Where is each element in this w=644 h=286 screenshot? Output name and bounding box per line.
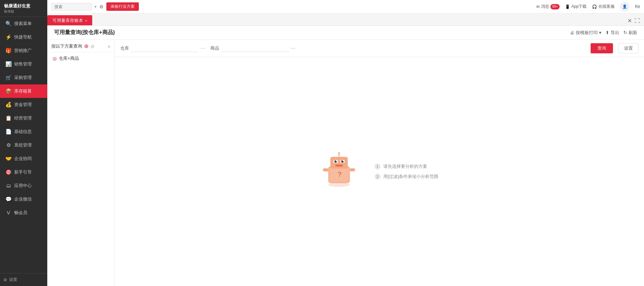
topbar-search-input[interactable]: [51, 3, 92, 10]
template-print-button[interactable]: 🖨 按模板打印 ▾: [570, 30, 601, 36]
app-center-icon: 🗂: [5, 183, 11, 188]
app-download-label: App下载: [571, 4, 587, 9]
export-button[interactable]: ⬆ 导出: [606, 30, 619, 36]
sidebar-item-purchase[interactable]: 🛒采购管理: [0, 71, 47, 84]
dropdown-chevron-icon[interactable]: ▾: [95, 4, 97, 9]
goods-filter-label: 商品: [210, 45, 219, 51]
sidebar-item-enterprise-wechat[interactable]: 💬企业微信: [0, 192, 47, 206]
sidebar-item-new-guide[interactable]: 🎯新手引导: [0, 165, 47, 179]
sidebar-item-enterprise-coop[interactable]: 🤝企业协同: [0, 152, 47, 165]
sidebar-scroll: 🔍搜索菜单⚡快捷导航🎁营销推广📊销售管理🛒采购管理📦库存核算💰资金管理📋经营管理…: [0, 17, 47, 273]
svg-text:?: ?: [337, 171, 341, 178]
warehouse-filter-label: 仓库: [120, 45, 129, 51]
app-download-button[interactable]: 📱 App下载: [565, 4, 587, 9]
notification-button[interactable]: ✉ 消息 99+: [536, 4, 560, 9]
marketing-icon: 🎁: [5, 48, 11, 54]
tab-available-ledger[interactable]: 可用量库存账本×: [47, 15, 92, 25]
warehouse-filter-more-button[interactable]: ···: [201, 45, 205, 51]
sidebar-item-sales[interactable]: 📊销售管理: [0, 57, 47, 71]
sidebar-item-vip[interactable]: V畅会员: [0, 206, 47, 219]
sidebar-item-marketing[interactable]: 🎁营销推广: [0, 44, 47, 57]
sidebar-item-basic-info[interactable]: 📄基础信息: [0, 125, 47, 138]
scheme-items: ◎仓库+商品: [47, 52, 114, 64]
hint-text-2: 用[过滤]条件来缩小分析范围: [383, 174, 438, 180]
goods-filter-input[interactable]: [221, 45, 289, 52]
svg-point-6: [336, 160, 337, 161]
vip-icon: V: [5, 210, 11, 215]
tabs-actions: ✕ ⛶: [623, 16, 644, 25]
sidebar-item-quick-nav[interactable]: ⚡快捷导航: [0, 30, 47, 44]
goods-filter-more-button[interactable]: ···: [291, 45, 295, 51]
close-tab-button[interactable]: ✕: [626, 16, 633, 25]
industry-solution-button[interactable]: 体验行业方案: [106, 2, 139, 11]
sidebar-item-label: 销售管理: [14, 61, 32, 67]
query-button[interactable]: 查询: [591, 43, 613, 53]
robot-icon: ?: [320, 151, 358, 188]
sidebar-item-label: 快捷导航: [14, 34, 32, 40]
expand-tab-button[interactable]: ⛶: [633, 17, 641, 25]
hint-text-1: 请先选择要分析的方案: [383, 163, 427, 170]
scheme-settings-button[interactable]: ⊙: [91, 44, 95, 49]
svg-point-9: [342, 160, 343, 161]
phone-icon: 📱: [565, 4, 570, 9]
sidebar-item-inventory[interactable]: 📦库存核算: [0, 84, 47, 98]
refresh-button[interactable]: ↻ 刷新: [623, 30, 637, 36]
scheme-panel: 按以下方案查询 ⊕ ⊙ « ◎仓库+商品: [47, 40, 115, 286]
scheme-item-warehouse-goods[interactable]: ◎仓库+商品: [47, 52, 114, 64]
sidebar-item-label: 新手引导: [14, 169, 32, 175]
sidebar-item-app-center[interactable]: 🗂应用中心: [0, 179, 47, 192]
sidebar-item-search[interactable]: 🔍搜索菜单: [0, 17, 47, 30]
empty-illustration: ?: [320, 151, 361, 192]
sidebar-item-finance[interactable]: 💰资金管理: [0, 98, 47, 111]
purchase-icon: 🛒: [5, 75, 11, 81]
sidebar-bottom[interactable]: ⚙ 设置: [0, 273, 47, 286]
template-print-label: 按模板打印: [576, 30, 598, 36]
page-header: 可用量查询(按仓库+商品) 🖨 按模板打印 ▾ ⬆ 导出 ↻ 刷新: [47, 26, 644, 40]
enterprise-wechat-icon: 💬: [5, 196, 11, 202]
filter-row: 仓库 ··· 商品 ··· 查询 设置: [115, 40, 644, 57]
sidebar-item-label: 企业微信: [14, 196, 32, 202]
hint-num-2: 2: [375, 174, 381, 180]
svg-rect-3: [330, 157, 347, 169]
main: ▾ ⚙ 体验行业方案 ✉ 消息 99+ 📱 App下载 🎧 在线客服 👤 Rit…: [47, 0, 644, 286]
sidebar-item-label: 基础信息: [14, 129, 32, 135]
app-name: 畅康通好生意: [4, 3, 43, 9]
scheme-collapse-button[interactable]: «: [108, 44, 110, 49]
app-edition: 标准版: [4, 9, 43, 14]
sidebar-item-label: 资金管理: [14, 102, 32, 108]
scheme-header-label: 按以下方案查询: [51, 43, 82, 49]
scheme-add-button[interactable]: ⊕: [84, 44, 88, 49]
svg-point-12: [338, 152, 340, 154]
hint-num-1: 1: [375, 163, 381, 170]
sidebar-item-operation[interactable]: 📋经营管理: [0, 111, 47, 125]
online-service-button[interactable]: 🎧 在线客服: [592, 4, 615, 9]
search-icon: 🔍: [5, 21, 11, 27]
warehouse-filter-input[interactable]: [131, 45, 199, 52]
avatar[interactable]: 👤: [620, 2, 629, 11]
print-icon: 🖨: [570, 30, 574, 35]
scheme-item-label-warehouse-goods: 仓库+商品: [59, 55, 79, 61]
right-area: 仓库 ··· 商品 ··· 查询 设置: [115, 40, 644, 286]
settings-button[interactable]: 设置: [618, 43, 639, 53]
scheme-header: 按以下方案查询 ⊕ ⊙ «: [47, 40, 114, 52]
svg-rect-10: [335, 164, 343, 166]
scheme-icon-warehouse-goods: ◎: [53, 56, 57, 61]
message-icon: ✉: [536, 4, 540, 9]
export-icon: ⬆: [606, 30, 609, 35]
sidebar-item-label: 畅会员: [14, 210, 27, 216]
basic-info-icon: 📄: [5, 129, 11, 135]
sidebar-logo: 畅康通好生意 标准版: [0, 0, 47, 17]
template-print-chevron: ▾: [599, 30, 601, 35]
username-label[interactable]: Rit: [635, 4, 640, 9]
settings-icon: ⚙: [3, 278, 7, 282]
operation-icon: 📋: [5, 115, 11, 121]
sales-icon: 📊: [5, 61, 11, 67]
content-area: 按以下方案查询 ⊕ ⊙ « ◎仓库+商品 仓库 ··· 商品 ···: [47, 40, 644, 286]
empty-hints: 1 请先选择要分析的方案 2 用[过滤]条件来缩小分析范围: [375, 163, 438, 180]
tab-close-available-ledger[interactable]: ×: [85, 19, 87, 23]
gear-icon[interactable]: ⚙: [99, 4, 104, 9]
warehouse-filter-group: 仓库 ···: [120, 45, 205, 52]
topbar-right: ✉ 消息 99+ 📱 App下载 🎧 在线客服 👤 Rit: [536, 2, 640, 11]
sidebar-item-system[interactable]: ⚙系统管理: [0, 138, 47, 152]
page-header-actions: 🖨 按模板打印 ▾ ⬆ 导出 ↻ 刷新: [570, 30, 637, 36]
